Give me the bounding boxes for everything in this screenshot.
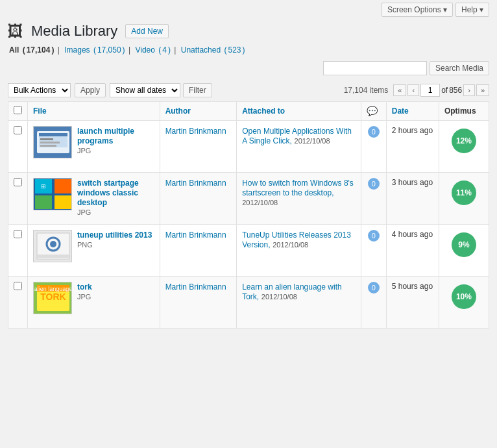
optimus-cell: 11% <box>439 173 489 225</box>
dates-select[interactable]: Show all dates <box>110 83 180 97</box>
help-button[interactable]: Help ▾ <box>455 3 489 17</box>
optimus-badge: 11% <box>452 180 476 205</box>
author-cell: Martin Brinkmann <box>160 225 237 277</box>
filter-button[interactable]: Filter <box>183 83 212 97</box>
search-bar-area: Search Media <box>0 57 497 79</box>
attached-cell: Learn an alien language with Tork, 2012/… <box>237 277 361 329</box>
col-header-optimus: Optimus <box>439 102 489 121</box>
thumbnail <box>33 126 72 158</box>
last-page-button[interactable]: » <box>476 84 489 96</box>
file-cell: tuneup utilities 2013 PNG <box>28 225 160 277</box>
thumbnail: ⊞ <box>33 178 72 210</box>
select-all-checkbox[interactable] <box>14 106 22 114</box>
svg-rect-11 <box>55 195 71 209</box>
svg-text:TORK: TORK <box>40 292 66 302</box>
author-link[interactable]: Martin Brinkmann <box>165 282 226 292</box>
comment-icon: 💬 <box>367 106 378 116</box>
attached-date: 2012/10/08 <box>273 241 308 249</box>
dates-filter-wrap: Show all dates Filter <box>110 83 212 97</box>
tablenav-top: Bulk Actions Apply Show all dates Filter… <box>0 79 497 101</box>
optimus-cell: 12% <box>439 121 489 173</box>
search-input[interactable] <box>323 61 427 75</box>
attached-date: 2012/10/08 <box>261 293 297 301</box>
filter-images-link[interactable]: Images (17,050) <box>63 45 127 55</box>
author-link[interactable]: Martin Brinkmann <box>165 127 226 136</box>
comment-badge: 0 <box>368 282 380 293</box>
file-name-link[interactable]: tork <box>77 282 92 292</box>
row-checkbox-cell <box>8 121 28 173</box>
media-table: File Author Attached to 💬 Date Optimus <box>8 101 489 329</box>
pagination: « ‹ of 856 › » <box>393 84 489 97</box>
svg-rect-17 <box>37 255 69 258</box>
attached-link[interactable]: How to switch from Windows 8's startscre… <box>242 179 354 197</box>
row-checkbox[interactable] <box>14 126 22 134</box>
col-date-sort-link[interactable]: Date <box>392 106 409 116</box>
attached-cell: Open Multiple Applications With A Single… <box>237 121 361 173</box>
bulk-actions-select[interactable]: Bulk Actions <box>8 83 71 97</box>
author-link[interactable]: Martin Brinkmann <box>165 179 226 188</box>
filter-video-link[interactable]: Video (4) <box>134 45 173 55</box>
attached-date: 2012/10/08 <box>242 199 278 206</box>
screen-options-button[interactable]: Screen Options ▾ <box>382 3 453 17</box>
author-link[interactable]: Martin Brinkmann <box>165 230 226 240</box>
svg-text:alien language: alien language <box>34 286 71 292</box>
comment-cell: 0 <box>361 121 386 173</box>
file-name-link[interactable]: launch multiple programs <box>77 127 134 145</box>
file-type: JPG <box>77 147 154 155</box>
filter-nav: All (17,104) | Images (17,050) | Video (… <box>0 43 497 57</box>
page-number-input[interactable] <box>420 84 440 97</box>
table-row: launch multiple programs JPG Martin Brin… <box>8 121 489 173</box>
date-cell: 5 hours ago <box>386 277 439 329</box>
optimus-badge: 10% <box>452 284 476 309</box>
col-author-sort-link[interactable]: Author <box>165 106 191 116</box>
file-type: JPG <box>77 208 154 216</box>
page-of-label: of <box>441 86 448 95</box>
date-cell: 3 hours ago <box>386 173 439 225</box>
row-checkbox-cell <box>8 225 28 277</box>
comment-badge: 0 <box>368 178 380 190</box>
file-info: tuneup utilities 2013 PNG <box>77 230 152 249</box>
table-row: ⊞ switch startpage windows classic deskt… <box>8 173 489 225</box>
comment-badge: 0 <box>368 126 380 138</box>
file-info: tork JPG <box>77 282 92 301</box>
col-header-file: File <box>28 102 160 121</box>
filter-unattached-link[interactable]: Unattached (523) <box>180 45 245 55</box>
filter-all-link[interactable]: All (17,104) <box>8 45 56 55</box>
svg-rect-3 <box>39 133 67 136</box>
optimus-cell: 10% <box>439 277 489 329</box>
row-checkbox[interactable] <box>14 282 22 290</box>
optimus-badge: 9% <box>452 232 476 257</box>
date-cell: 4 hours ago <box>386 225 439 277</box>
col-file-sort-link[interactable]: File <box>33 106 47 116</box>
apply-button[interactable]: Apply <box>75 83 106 97</box>
add-new-button[interactable]: Add New <box>125 24 169 38</box>
row-checkbox[interactable] <box>14 178 22 186</box>
file-name-link[interactable]: switch startpage windows classic desktop <box>77 179 139 207</box>
svg-rect-4 <box>40 138 53 140</box>
row-checkbox-cell <box>8 173 28 225</box>
prev-page-button[interactable]: ‹ <box>407 84 419 96</box>
file-info: switch startpage windows classic desktop… <box>77 178 154 216</box>
table-row: TORKalien language tork JPG Martin Brink… <box>8 277 489 329</box>
file-name-link[interactable]: tuneup utilities 2013 <box>77 230 152 240</box>
col-header-comments: 💬 <box>361 102 386 121</box>
author-cell: Martin Brinkmann <box>160 277 237 329</box>
next-page-button[interactable]: › <box>463 84 475 96</box>
first-page-button[interactable]: « <box>393 84 406 96</box>
file-cell: ⊞ switch startpage windows classic deskt… <box>28 173 160 225</box>
file-type: PNG <box>77 241 152 249</box>
col-header-checkbox <box>8 102 28 121</box>
comment-cell: 0 <box>361 277 386 329</box>
author-cell: Martin Brinkmann <box>160 121 237 173</box>
media-library-icon: 🖼 <box>8 22 23 40</box>
svg-point-16 <box>50 241 56 247</box>
search-media-button[interactable]: Search Media <box>430 61 489 75</box>
optimus-badge: 12% <box>452 129 476 153</box>
file-info: launch multiple programs JPG <box>77 126 154 155</box>
optimus-cell: 9% <box>439 225 489 277</box>
row-checkbox[interactable] <box>14 230 22 238</box>
col-header-attached: Attached to <box>237 102 361 121</box>
col-attached-sort-link[interactable]: Attached to <box>242 106 285 116</box>
svg-rect-6 <box>40 145 56 147</box>
svg-rect-5 <box>40 142 60 143</box>
